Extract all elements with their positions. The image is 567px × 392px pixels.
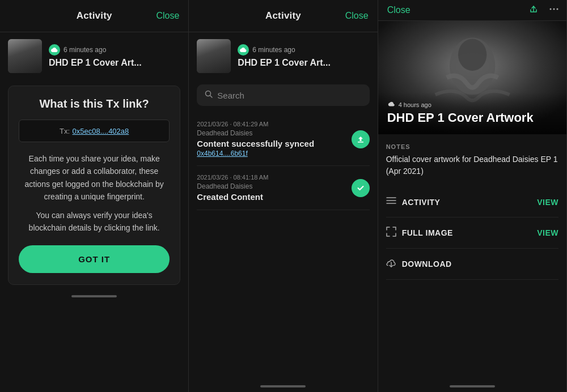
panel1-content-item: 6 minutes ago DHD EP 1 Cover Art... [0, 32, 188, 80]
activity-badge-upload-0 [352, 130, 370, 148]
tx-hash-label: Tx: [60, 127, 70, 135]
list-icon [386, 197, 396, 208]
full-image-view-button[interactable]: VIEW [537, 228, 558, 237]
download-icon [386, 258, 396, 270]
activity-list: 2021/03/26 · 08:41:29 AM Deadhead Daisie… [189, 113, 377, 381]
hero-time-row: 4 hours ago [387, 101, 557, 108]
tx-description-1: Each time you share your idea, make chan… [19, 152, 170, 203]
tx-hash-box: Tx: 0x5ec08....402a8 [19, 120, 170, 142]
got-it-button[interactable]: GOT IT [19, 245, 170, 273]
full-image-action-row: FULL IMAGE VIEW [386, 218, 558, 249]
activity-org-1: Deadhead Daisies [197, 182, 369, 190]
notes-label: NOTES [386, 143, 558, 150]
activity-date-1: 2021/03/26 · 08:41:18 AM [197, 174, 369, 181]
search-input[interactable] [217, 91, 361, 100]
panel2-content-item: 6 minutes ago DHD EP 1 Cover Art... [189, 32, 377, 80]
svg-point-6 [556, 8, 558, 10]
activity-label: ACTIVITY [402, 198, 441, 207]
activity-entry-0: 2021/03/26 · 08:41:29 AM Deadhead Daisie… [197, 113, 369, 166]
activity-action-left: ACTIVITY [386, 197, 441, 208]
activity-action-row: ACTIVITY VIEW [386, 188, 558, 218]
panel1-bottom-bar [0, 291, 188, 302]
svg-rect-2 [358, 142, 363, 143]
panel1-content-title: DHD EP 1 Cover Art... [49, 58, 180, 68]
panel2-content-title: DHD EP 1 Cover Art... [238, 58, 369, 68]
panel2-title: Activity [265, 10, 301, 22]
notes-text: Official cover artwork for Deadhead Dais… [386, 154, 558, 177]
panel2-time-row: 6 minutes ago [238, 44, 369, 56]
panel2-home-indicator [260, 385, 306, 387]
panel-full-image-detail: Close [378, 0, 567, 392]
activity-action-0: Content successfully synced [197, 139, 369, 148]
panel-tx-explanation: Activity Close 6 minutes ago DHD EP 1 Co… [0, 0, 189, 392]
hero-image: 4 hours ago DHD EP 1 Cover Artwork [378, 21, 566, 134]
tx-question-heading: What is this Tx link? [19, 97, 170, 110]
svg-point-5 [553, 8, 555, 10]
tx-description-2: You can always verify your idea's blockc… [19, 209, 170, 235]
panel1-header: Activity Close [0, 0, 188, 32]
panel1-thumb-image [8, 39, 42, 73]
search-bar[interactable] [197, 84, 369, 106]
panel1-content-meta: 6 minutes ago DHD EP 1 Cover Art... [49, 44, 180, 68]
search-icon [205, 90, 213, 100]
panel2-thumb [197, 39, 231, 73]
panel1-cloud-icon [49, 44, 60, 56]
panel3-bottom-bar [378, 381, 566, 392]
panel1-home-indicator [71, 295, 117, 297]
panel1-title: Activity [77, 10, 112, 22]
share-icon[interactable] [528, 3, 539, 17]
panel3-header: Close [378, 0, 566, 20]
panel1-thumb [8, 39, 42, 73]
download-label: DOWNLOAD [402, 259, 452, 269]
details-body: NOTES Official cover artwork for Deadhea… [378, 134, 566, 381]
download-action-row: DOWNLOAD [386, 249, 558, 280]
svg-point-9 [458, 39, 486, 71]
activity-entry-1: 2021/03/26 · 08:41:18 AM Deadhead Daisie… [197, 166, 369, 210]
panel1-time: 6 minutes ago [64, 46, 106, 54]
panel2-content-meta: 6 minutes ago DHD EP 1 Cover Art... [238, 44, 369, 68]
panel3-home-indicator [450, 385, 495, 387]
panel3-close-button[interactable]: Close [387, 5, 411, 15]
tx-hash-value[interactable]: 0x5ec08....402a8 [73, 127, 129, 135]
more-options-icon[interactable] [548, 3, 560, 17]
hero-title-text: DHD EP 1 Cover Artwork [387, 110, 557, 125]
activity-action-1: Created Content [197, 192, 369, 202]
panel1-close-button[interactable]: Close [156, 11, 179, 21]
activity-badge-check-1 [352, 179, 370, 197]
panel2-cloud-icon [238, 44, 249, 56]
activity-date-0: 2021/03/26 · 08:41:29 AM [197, 121, 369, 127]
panel2-close-button[interactable]: Close [345, 11, 369, 21]
full-image-label: FULL IMAGE [402, 228, 453, 237]
panel1-time-row: 6 minutes ago [49, 44, 180, 56]
svg-line-1 [210, 96, 213, 98]
tx-explanation-card: What is this Tx link? Tx: 0x5ec08....402… [8, 86, 180, 285]
expand-icon [386, 227, 396, 239]
hero-overlay: 4 hours ago DHD EP 1 Cover Artwork [378, 92, 566, 134]
panel2-header: Activity Close [189, 0, 377, 32]
panel3-header-icons [528, 3, 560, 17]
svg-point-4 [549, 8, 551, 10]
hero-time-text: 4 hours ago [399, 101, 431, 108]
panel-activity-list: Activity Close 6 minutes ago DHD EP 1 Co… [189, 0, 378, 392]
activity-org-0: Deadhead Daisies [197, 129, 369, 137]
download-action-left: DOWNLOAD [386, 258, 452, 270]
activity-view-button[interactable]: VIEW [537, 198, 558, 207]
activity-tx-0[interactable]: 0x4b614....6b61f [197, 150, 369, 157]
full-image-action-left: FULL IMAGE [386, 227, 453, 239]
panel2-thumb-image [197, 39, 231, 73]
panel2-time: 6 minutes ago [252, 46, 295, 54]
panel2-bottom-bar [189, 381, 377, 392]
